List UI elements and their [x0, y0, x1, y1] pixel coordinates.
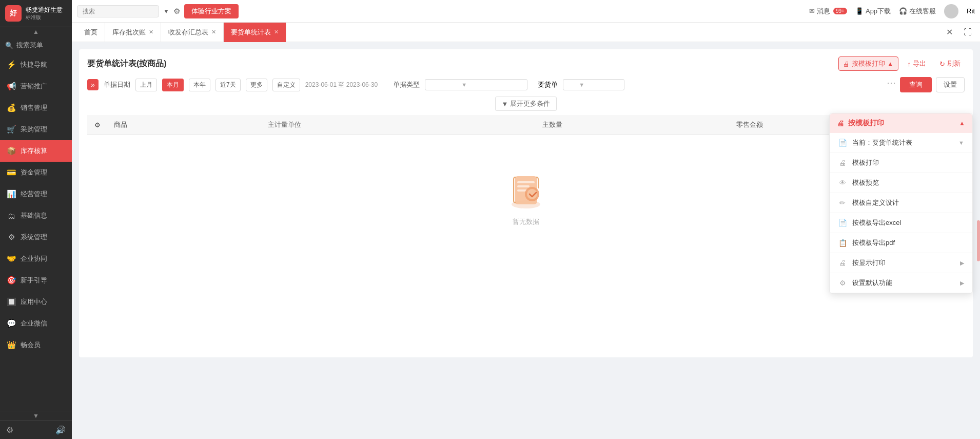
sidebar-item-inventory[interactable]: 📦 库存核算: [0, 140, 72, 162]
template-preview-item[interactable]: 👁 模板预览: [830, 173, 972, 193]
download-icon: 📱: [855, 7, 864, 15]
date-custom-btn[interactable]: 自定义: [272, 79, 300, 91]
table-settings-icon[interactable]: ⚙: [94, 121, 101, 129]
expand-more-button[interactable]: ▼ 展开更多条件: [495, 97, 557, 111]
sidebar-scroll-down[interactable]: ▼: [0, 411, 72, 421]
industry-solution-button[interactable]: 体验行业方案: [184, 4, 239, 18]
marketing-icon: 📢: [6, 81, 16, 91]
print-template-button[interactable]: 🖨 按模板打印 ▲: [838, 56, 898, 71]
print-dropdown-header[interactable]: 🖨 按模板打印 ▲: [830, 113, 972, 133]
sound-icon[interactable]: 🔊: [55, 425, 66, 435]
date-more-btn[interactable]: 更多: [246, 79, 267, 91]
tab-order-stats[interactable]: 要货单统计表 ✕: [224, 23, 286, 42]
wechat-icon: 💬: [6, 318, 16, 329]
sidebar: 好 畅捷通好生意 标准版 ▲ 🔍 搜索菜单 ⚡ 快捷导航 📢 营销推广 💰 销售…: [0, 0, 72, 439]
order-type-select[interactable]: ▼: [425, 79, 527, 90]
sidebar-item-apps[interactable]: 🔲 应用中心: [0, 291, 72, 313]
expand-more-row: ▼ 展开更多条件: [79, 92, 973, 115]
svg-rect-3: [517, 185, 530, 187]
tab-order-stats-close[interactable]: ✕: [274, 29, 279, 35]
export-button[interactable]: ↑ 导出: [904, 57, 931, 70]
sidebar-scroll-up[interactable]: ▲: [0, 27, 72, 36]
more-options-icon[interactable]: ⋯: [887, 77, 896, 92]
template-custom-item[interactable]: ✏ 模板自定义设计: [830, 193, 972, 213]
topbar-right: ✉ 消息 99+ 📱 App下载 🎧 在线客服 Rit: [809, 4, 975, 18]
sidebar-item-quicknav[interactable]: ⚡ 快捷导航: [0, 54, 72, 75]
message-icon: ✉: [809, 7, 815, 15]
svg-rect-2: [517, 181, 535, 183]
date-range-text: 2023-06-01 至 2023-06-30: [305, 81, 378, 89]
online-service-button[interactable]: 🎧 在线客服: [899, 7, 936, 16]
sidebar-item-system[interactable]: ⚙ 系统管理: [0, 226, 72, 248]
close-all-button[interactable]: ✕: [942, 25, 956, 40]
date-this-month-btn[interactable]: 本月: [162, 79, 184, 91]
settings-icon[interactable]: ⚙: [6, 425, 13, 435]
content-area: 要货单统计表(按商品) 🖨 按模板打印 ▲ ↑ 导出 ↻ 刷新: [72, 42, 980, 439]
print-header-label: 按模板打印: [848, 119, 884, 128]
sidebar-item-sales[interactable]: 💰 销售管理: [0, 97, 72, 119]
sidebar-item-label: 企业微信: [21, 319, 47, 328]
display-print-item[interactable]: 🖨 按显示打印 ▶: [830, 253, 972, 273]
template-export-pdf-icon: 📋: [838, 239, 847, 247]
inventory-icon: 📦: [6, 146, 16, 156]
date-label: 单据日期: [104, 80, 130, 89]
template-export-excel-icon: 📄: [838, 219, 847, 227]
sidebar-item-wechat[interactable]: 💬 企业微信: [0, 313, 72, 334]
sidebar-search[interactable]: 🔍 搜索菜单: [0, 36, 72, 54]
tab-receipt-summary[interactable]: 收发存汇总表 ✕: [161, 23, 224, 42]
sidebar-item-marketing[interactable]: 📢 营销推广: [0, 75, 72, 97]
topbar-search-input[interactable]: [77, 5, 159, 17]
sidebar-item-operations[interactable]: 📊 经营管理: [0, 183, 72, 205]
sidebar-nav: ⚡ 快捷导航 📢 营销推广 💰 销售管理 🛒 采购管理 📦 库存核算 💳 资金管…: [0, 54, 72, 411]
maximize-button[interactable]: ⛶: [961, 25, 975, 40]
page-title: 要货单统计表(按商品): [87, 59, 167, 69]
refresh-button[interactable]: ↻ 刷新: [935, 57, 965, 70]
operations-icon: 📊: [6, 189, 16, 199]
sidebar-item-enterprise[interactable]: 🤝 企业协同: [0, 248, 72, 270]
settings-button[interactable]: 设置: [936, 77, 965, 92]
expand-more-label: 展开更多条件: [510, 99, 550, 108]
tab-order-stats-label: 要货单统计表: [231, 28, 271, 37]
empty-illustration: [500, 166, 552, 217]
sidebar-item-basic[interactable]: 🗂 基础信息: [0, 205, 72, 226]
template-export-pdf-item[interactable]: 📋 按模板导出pdf: [830, 233, 972, 253]
query-button[interactable]: 查询: [900, 77, 932, 92]
template-custom-label: 模板自定义设计: [852, 198, 899, 207]
topbar: ▼ ⚙ 体验行业方案 ✉ 消息 99+ 📱 App下载 🎧 在线客服 Rit: [72, 0, 980, 23]
date-this-year-btn[interactable]: 本年: [189, 79, 210, 91]
sidebar-item-finance[interactable]: 💳 资金管理: [0, 162, 72, 183]
default-func-item[interactable]: ⚙ 设置默认功能 ▶: [830, 273, 972, 293]
date-last7-btn[interactable]: 近7天: [215, 79, 241, 91]
print-current-template[interactable]: 📄 当前：要货单统计表 ▼: [830, 133, 972, 153]
tab-inventory-batch-close[interactable]: ✕: [149, 29, 153, 35]
template-export-excel-item[interactable]: 📄 按模板导出excel: [830, 213, 972, 233]
topbar-gear-icon[interactable]: ⚙: [173, 7, 180, 16]
sidebar-item-vip[interactable]: 👑 畅会员: [0, 334, 72, 356]
topbar-dropdown-arrow[interactable]: ▼: [163, 8, 169, 15]
sidebar-item-label: 资金管理: [21, 168, 47, 177]
display-print-icon: 🖨: [838, 259, 847, 267]
tab-home[interactable]: 首页: [77, 23, 105, 42]
scrollbar-right[interactable]: [977, 220, 980, 261]
current-template-arrow: ▼: [958, 140, 964, 146]
col-settings[interactable]: ⚙: [87, 115, 108, 135]
sidebar-item-label: 采购管理: [21, 125, 47, 134]
app-download-button[interactable]: 📱 App下载: [855, 7, 891, 16]
messages-badge: 99+: [833, 8, 847, 14]
printer-icon: 🖨: [843, 60, 850, 68]
user-avatar[interactable]: [944, 4, 958, 18]
sidebar-bottom: ⚙ 🔊: [0, 421, 72, 439]
yaohuodan-select[interactable]: ▼: [563, 79, 624, 90]
print-dropdown-collapse-arrow[interactable]: ▲: [959, 120, 965, 127]
template-print-item[interactable]: 🖨 模板打印: [830, 153, 972, 173]
messages-button[interactable]: ✉ 消息 99+: [809, 7, 847, 16]
date-last-month-btn[interactable]: 上月: [135, 79, 157, 91]
order-type-arrow: ▼: [461, 82, 467, 88]
tab-inventory-batch[interactable]: 库存批次账 ✕: [105, 23, 161, 42]
sidebar-item-purchase[interactable]: 🛒 采购管理: [0, 119, 72, 140]
default-func-left: ⚙ 设置默认功能: [838, 278, 892, 288]
sidebar-item-guide[interactable]: 🎯 新手引导: [0, 270, 72, 291]
tab-receipt-summary-close[interactable]: ✕: [211, 29, 216, 35]
filter-expand-button[interactable]: »: [87, 79, 99, 90]
refresh-label: 刷新: [947, 59, 961, 68]
